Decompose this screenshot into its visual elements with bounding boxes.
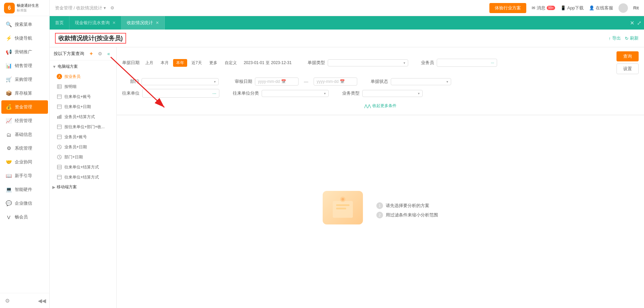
scheme-label-sales-account: 业务员+账号 [64, 134, 87, 140]
scheme-group-mobile[interactable]: ▶ 移动端方案 [50, 182, 116, 192]
scheme-item-unit-account[interactable]: 往来单位+账号 [50, 92, 116, 102]
finance-icon: 💰 [5, 104, 12, 110]
scheme-item-unit-settle2[interactable]: 往来单位+结算方式 [50, 172, 116, 182]
counterparty-more-dots[interactable]: ··· [212, 91, 216, 96]
scheme-item-unit-dept-collect[interactable]: 按往来单位+部门+收... [50, 122, 116, 132]
inventory-icon: 📦 [5, 90, 12, 97]
sidebar-item-wechat[interactable]: 💬 企业微信 [1, 197, 48, 210]
logo-text: 畅捷通好生意 [17, 3, 39, 8]
scheme-settings-icon[interactable]: ⚙ [96, 50, 104, 57]
date-btn-more[interactable]: 更多 [206, 59, 220, 67]
edition-badge: 标准版 [17, 8, 39, 13]
counterparty-select[interactable]: ··· [142, 89, 219, 98]
marketing-icon: 📢 [5, 49, 12, 55]
tab-bank-flow[interactable]: 现金银行流水查询 ✕ [69, 16, 121, 30]
messages-badge: 99+ [547, 6, 555, 10]
sidebar-item-guide[interactable]: 📖 新手引导 [1, 169, 48, 183]
sidebar-item-purchase[interactable]: 🛒 采购管理 [1, 73, 48, 86]
query-button[interactable]: 查询 [616, 51, 639, 61]
sidebar-item-basic[interactable]: 🗂 基础信息 [1, 128, 48, 141]
scheme-item-unit-date[interactable]: 往来单位+日期 [50, 102, 116, 112]
scheme-item-dept-date[interactable]: 部门+日期 [50, 152, 116, 162]
sidebar-item-inventory[interactable]: 📦 库存核算 [1, 87, 48, 100]
tab-bank-flow-label: 现金银行流水查询 [75, 20, 110, 26]
app-download-item[interactable]: 📱 App下载 [560, 5, 584, 11]
business-type-select[interactable]: ▾ [362, 90, 423, 97]
scheme-item-unit-settle1[interactable]: 往来单位+结算方式 [50, 162, 116, 172]
sidebar-item-collab[interactable]: 🤝 企业协同 [1, 155, 48, 169]
svg-rect-24 [336, 208, 346, 209]
collapse-filter-button[interactable]: ⋀⋀ 收起更多条件 [122, 101, 639, 111]
sidebar-item-marketing[interactable]: 📢 营销推广 [1, 45, 48, 59]
scheme-item-by-salesperson[interactable]: 人 按业务员 [50, 71, 116, 82]
header-settings-icon[interactable]: ⚙ [109, 4, 116, 12]
collapse-panel-icon[interactable]: « [105, 50, 112, 57]
scheme-item-sales-date[interactable]: 业务员+日期 [50, 142, 116, 152]
date-label: 单据日期 [122, 60, 140, 66]
scheme-label-unit-settle1: 往来单位+结算方式 [64, 164, 99, 170]
tab-receipt-stat[interactable]: 收款情况统计 ✕ [121, 16, 165, 30]
left-panel-header: 按以下方案查询 + ⚙ « [50, 47, 116, 60]
sidebar-item-finance[interactable]: 💰 资金管理 [1, 100, 48, 114]
refresh-button[interactable]: ↻ 刷新 [625, 35, 639, 41]
sidebar-item-sales[interactable]: 📊 销售管理 [1, 59, 48, 72]
messages-icon: ✉ [532, 5, 535, 10]
filter-settings-button[interactable]: 设置 [616, 63, 639, 74]
voucher-status-select[interactable]: ▾ [391, 78, 451, 85]
expand-icon[interactable]: ⤢ [637, 20, 641, 26]
date-btn-7days[interactable]: 近7天 [189, 59, 205, 67]
date-btn-this-month[interactable]: 本月 [158, 59, 172, 67]
left-panel-title: 按以下方案查询 [54, 51, 84, 57]
online-support-item[interactable]: 👤 在线客服 [589, 5, 613, 11]
sidebar-item-system[interactable]: ⚙ 系统管理 [1, 142, 48, 155]
date-btn-last-month[interactable]: 上月 [142, 59, 156, 67]
sidebar-item-member[interactable]: V 畅会员 [1, 210, 48, 224]
tab-bar: 首页 现金银行流水查询 ✕ 收款情况统计 ✕ ✕ ⤢ [50, 16, 644, 30]
tab-bank-flow-close[interactable]: ✕ [112, 20, 116, 25]
review-date-to-placeholder: yyyy-mm-dd [317, 79, 338, 84]
collapse-up-icon: ⋀⋀ [364, 104, 371, 108]
sidebar-item-hardware[interactable]: 💻 智能硬件 [1, 183, 48, 196]
salesperson-select[interactable]: ··· [437, 59, 497, 67]
sidebar-label-quicknav: 快捷导航 [15, 35, 32, 41]
filter-item-voucher-status: 单据状态 ▾ [368, 78, 451, 85]
review-date-from-input[interactable]: yyyy-mm-dd 📅 [255, 78, 299, 86]
close-tab-icon[interactable]: ✕ [630, 20, 634, 26]
left-panel-actions: + ⚙ « [88, 50, 112, 57]
scheme-icon-sales-date [56, 144, 62, 150]
operation-icon: 📈 [5, 117, 12, 124]
user-name: Rit [633, 5, 639, 10]
voucher-type-chevron: ▾ [404, 61, 405, 65]
voucher-type-select[interactable]: ▾ [328, 59, 408, 66]
tab-home[interactable]: 首页 [50, 16, 69, 30]
export-button[interactable]: ↑ 导出 [609, 35, 621, 41]
scheme-item-detail[interactable]: 按明细 [50, 82, 116, 92]
counterparty-category-select[interactable]: ▾ [262, 90, 329, 97]
messages-item[interactable]: ✉ 消息 99+ [532, 5, 555, 11]
add-scheme-button[interactable]: + [88, 50, 95, 57]
sidebar-item-operation[interactable]: 📈 经营管理 [1, 114, 48, 127]
department-select[interactable]: ▾ [142, 78, 219, 85]
date-btn-custom[interactable]: 自定义 [222, 59, 240, 67]
date-btn-this-year[interactable]: 本年 [173, 59, 187, 67]
breadcrumb: 资金管理 / 收款情况统计 ▾ [55, 5, 106, 11]
trial-button[interactable]: 体验行业方案 [489, 3, 526, 13]
app-logo: 6 畅捷通好生意 标准版 [0, 0, 49, 16]
refresh-icon: ↻ [625, 36, 629, 41]
logo-icon: 6 [4, 3, 15, 13]
collapse-sidebar-icon[interactable]: ◀◀ [37, 296, 47, 305]
scheme-group-desktop[interactable]: ▼ 电脑端方案 [50, 62, 116, 71]
sidebar-item-quicknav[interactable]: ⚡ 快捷导航 [1, 32, 48, 45]
sidebar-item-search[interactable]: 🔍 搜索菜单 [1, 18, 48, 31]
settings-bottom-icon[interactable]: ⚙ [3, 296, 12, 305]
scheme-item-sales-account[interactable]: 业务员+账号 [50, 132, 116, 142]
salesperson-more-dots[interactable]: ··· [491, 60, 494, 65]
tab-receipt-stat-close[interactable]: ✕ [156, 20, 159, 25]
scheme-icon-sales-account [56, 134, 62, 140]
svg-rect-10 [60, 115, 61, 119]
scheme-item-sales-settle[interactable]: 业务员+结算方式 [50, 112, 116, 122]
breadcrumb-dropdown-icon[interactable]: ▾ [104, 5, 106, 10]
review-date-to-input[interactable]: yyyy-mm-dd 📅 [314, 78, 357, 86]
filter-row-2: 部门 ▾ 审核日期 yyyy-mm-dd 📅 [122, 78, 639, 86]
user-avatar[interactable] [619, 3, 628, 13]
